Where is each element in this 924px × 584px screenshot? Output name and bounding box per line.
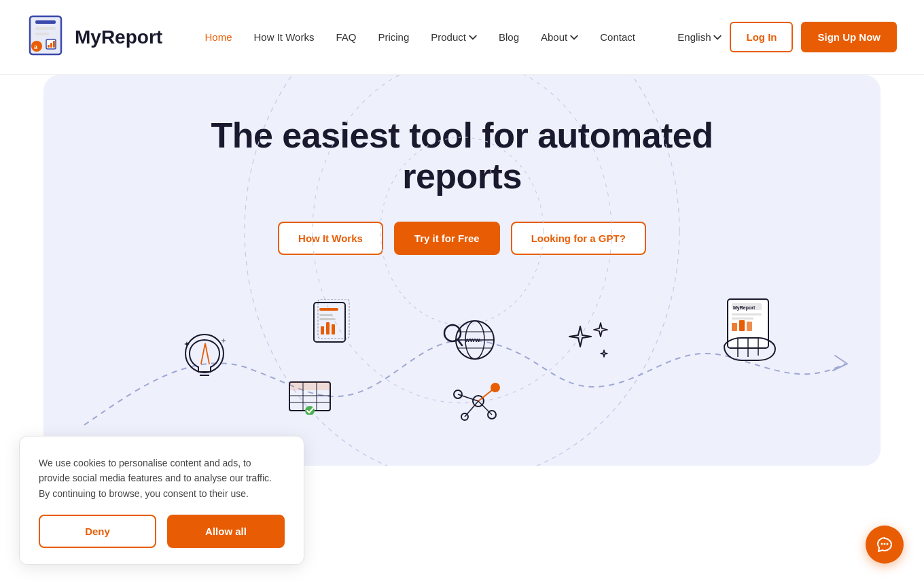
svg-rect-20 <box>321 326 324 334</box>
logo-link[interactable]: a MyReport <box>27 15 162 59</box>
nav-right: English Log In Sign Up Now <box>677 22 897 52</box>
language-selector[interactable]: English <box>677 31 722 43</box>
svg-rect-17 <box>319 308 338 311</box>
nav-contact[interactable]: Contact <box>600 31 635 43</box>
svg-rect-19 <box>319 318 336 320</box>
myreport-doc-icon: MyReport <box>714 296 785 364</box>
about-chevron-icon <box>570 33 578 41</box>
gpt-button[interactable]: Looking for a GPT? <box>511 222 646 255</box>
svg-text:WWW: WWW <box>465 337 480 343</box>
globe-search-icon: WWW <box>438 313 499 367</box>
svg-rect-46 <box>732 323 737 331</box>
nav-about[interactable]: About <box>541 31 578 43</box>
svg-rect-18 <box>319 314 333 316</box>
svg-line-37 <box>478 388 495 401</box>
svg-rect-48 <box>747 322 752 331</box>
svg-line-31 <box>458 340 462 345</box>
lightbulb-icon <box>179 330 230 388</box>
network-icon <box>444 371 512 432</box>
navbar: a MyReport Home How It Works FAQ Pricing… <box>0 0 924 75</box>
try-free-button[interactable]: Try it for Free <box>394 222 500 255</box>
svg-rect-21 <box>326 322 330 334</box>
hero-section: The easiest tool for automated reports H… <box>43 75 881 466</box>
svg-rect-22 <box>332 324 335 334</box>
brand-name: MyReport <box>75 27 162 48</box>
svg-rect-47 <box>739 320 745 331</box>
nav-blog[interactable]: Blog <box>499 31 519 43</box>
spreadsheet-icon <box>288 381 332 415</box>
how-it-works-button[interactable]: How It Works <box>278 222 383 255</box>
svg-rect-3 <box>35 33 49 35</box>
nav-links: Home How It Works FAQ Pricing Product Bl… <box>205 31 635 44</box>
svg-rect-2 <box>35 27 56 30</box>
cookie-banner: We use cookies to personalise content an… <box>19 436 304 493</box>
svg-line-39 <box>478 401 492 415</box>
signup-button[interactable]: Sign Up Now <box>801 22 897 52</box>
nav-product[interactable]: Product <box>431 31 477 43</box>
svg-rect-1 <box>35 20 56 24</box>
svg-rect-5 <box>48 45 50 48</box>
sparkles-icon <box>560 316 614 371</box>
nav-home[interactable]: Home <box>205 31 232 43</box>
product-chevron-icon <box>469 33 477 41</box>
nav-pricing[interactable]: Pricing <box>378 31 409 43</box>
svg-point-30 <box>444 325 461 341</box>
svg-line-40 <box>465 401 478 417</box>
svg-rect-6 <box>50 43 52 48</box>
svg-rect-45 <box>732 317 753 320</box>
cookie-text: We use cookies to personalise content an… <box>39 456 285 493</box>
login-button[interactable]: Log In <box>730 22 793 52</box>
language-chevron-icon <box>713 35 722 40</box>
svg-text:MyReport: MyReport <box>733 305 756 311</box>
logo-icon: a <box>27 15 68 59</box>
nav-faq[interactable]: FAQ <box>336 31 356 43</box>
svg-rect-50 <box>289 382 330 390</box>
hero-buttons: How It Works Try it for Free Looking for… <box>278 222 646 255</box>
hero-title: The easiest tool for automated reports <box>156 116 768 197</box>
document-chart-icon <box>308 299 353 350</box>
svg-point-55 <box>305 406 315 415</box>
svg-rect-44 <box>732 313 762 315</box>
svg-rect-7 <box>53 41 55 48</box>
nav-howitworks[interactable]: How It Works <box>254 31 315 43</box>
